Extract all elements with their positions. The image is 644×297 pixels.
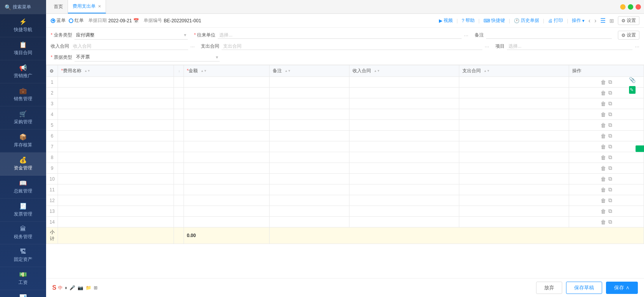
history-action[interactable]: 🕐 历史单据 [514,17,539,24]
row-amount-1[interactable] [184,77,269,88]
row-amount-13[interactable] [184,206,269,217]
row-delete-5[interactable]: 🗑 [601,122,606,128]
row-copy-9[interactable]: ⧉ [608,165,612,171]
row-copy-11[interactable]: ⧉ [608,186,612,193]
row-expense-name-6[interactable] [58,131,174,141]
row-delete-13[interactable]: 🗑 [601,208,606,214]
floating-panel[interactable]: 侧边栏 [636,145,644,152]
sidebar-item-tax-mgmt[interactable]: 🏛税务管理 [0,222,46,244]
row-amount-6[interactable] [184,131,269,141]
row-remark-2[interactable] [269,88,349,98]
row-delete-12[interactable]: 🗑 [601,197,606,204]
row-expense-contract-3[interactable] [459,98,569,109]
row-expense-name-8[interactable] [58,152,174,163]
row-amount-10[interactable] [184,174,269,184]
help-action[interactable]: ? 帮助 [462,17,475,24]
row-expense-contract-10[interactable] [459,174,569,184]
row-income-contract-4[interactable] [349,109,459,120]
row-copy-4[interactable]: ⧉ [608,111,612,118]
row-remark-1[interactable] [269,77,349,88]
row-copy-8[interactable]: ⧉ [608,154,612,161]
row-delete-9[interactable]: 🗑 [601,165,606,171]
right-icon-1[interactable]: 📎 [629,77,636,83]
row-delete-3[interactable]: 🗑 [601,101,606,107]
sidebar-item-capital-mgmt[interactable]: 💰资金管理 [0,153,46,176]
row-copy-7[interactable]: ⧉ [608,143,612,150]
form-settings-btn[interactable]: ⚙ 设置 [618,31,639,40]
partner-dots[interactable]: ··· [464,32,469,38]
row-expense-name-11[interactable] [58,184,174,195]
row-expense-contract-12[interactable] [459,195,569,206]
nav-next-btn[interactable]: › [594,17,596,24]
row-income-contract-5[interactable] [349,120,459,131]
row-expense-name-9[interactable] [58,163,174,174]
right-icon-2[interactable]: ✎ [629,86,636,94]
row-expense-contract-1[interactable] [459,77,569,88]
row-income-contract-9[interactable] [349,163,459,174]
project-dots[interactable]: ··· [635,43,639,50]
row-income-contract-8[interactable] [349,152,459,163]
row-expense-name-1[interactable] [58,77,174,88]
row-amount-11[interactable] [184,184,269,195]
sidebar-item-ledger-mgmt[interactable]: 📖总账管理 [0,176,46,199]
row-amount-4[interactable] [184,109,269,120]
row-remark-7[interactable] [269,141,349,152]
row-remark-10[interactable] [269,174,349,184]
row-expense-contract-14[interactable] [459,217,569,227]
row-copy-14[interactable]: ⧉ [608,219,612,225]
row-expense-name-10[interactable] [58,174,174,184]
sidebar-item-fixed-assets[interactable]: 🏗固定资产 [0,244,46,267]
sort-remark[interactable]: ▲▼ [285,69,291,73]
sidebar-item-biz-mgmt[interactable]: 📊经营管理 [0,290,46,297]
row-copy-12[interactable]: ⧉ [608,197,612,204]
partner-input[interactable] [218,32,462,39]
income-contract-input[interactable] [71,43,188,50]
nav-prev-btn[interactable]: ‹ [588,17,590,24]
sidebar-item-project-contract[interactable]: 📋项目合同 [0,37,46,60]
remark-input[interactable] [486,32,612,39]
red-bill-radio[interactable]: 红单 [69,17,84,24]
invoice-type-select[interactable]: 不开票 ▾ [74,53,220,61]
row-expense-name-3[interactable] [58,98,174,109]
row-remark-12[interactable] [269,195,349,206]
shortcut-action[interactable]: ⌨ 快捷键 [483,17,505,24]
row-income-contract-1[interactable] [349,77,459,88]
row-expense-name-2[interactable] [58,88,174,98]
row-income-contract-7[interactable] [349,141,459,152]
row-amount-7[interactable] [184,141,269,152]
sidebar-item-sales-mgmt[interactable]: 💼销售管理 [0,83,46,106]
tab-close-icon[interactable]: ✕ [98,4,101,8]
sidebar-item-salary[interactable]: 💵工资 [0,267,46,290]
row-expense-name-4[interactable] [58,109,174,120]
row-delete-4[interactable]: 🗑 [601,111,606,118]
row-amount-3[interactable] [184,98,269,109]
biz-type-select[interactable]: 应付调整 ▾ [74,31,188,40]
income-contract-dots[interactable]: ··· [190,43,195,50]
row-income-contract-3[interactable] [349,98,459,109]
row-income-contract-13[interactable] [349,206,459,217]
row-copy-10[interactable]: ⧉ [608,176,612,182]
row-remark-8[interactable] [269,152,349,163]
row-expense-contract-8[interactable] [459,152,569,163]
row-copy-3[interactable]: ⧉ [608,100,612,107]
abandon-button[interactable]: 放弃 [536,282,562,294]
sidebar-item-invoice-mgmt[interactable]: 🧾发票管理 [0,199,46,222]
sidebar-search[interactable]: 🔍 搜索菜单 [0,0,46,14]
row-copy-1[interactable]: ⧉ [608,79,612,85]
th-settings[interactable]: ⚙ [46,65,58,77]
sidebar-item-marketing[interactable]: 📢营销推广 [0,60,46,83]
row-income-contract-10[interactable] [349,174,459,184]
row-expense-name-5[interactable] [58,120,174,131]
row-remark-4[interactable] [269,109,349,120]
row-expense-contract-9[interactable] [459,163,569,174]
row-income-contract-14[interactable] [349,217,459,227]
row-income-contract-11[interactable] [349,184,459,195]
row-amount-8[interactable] [184,152,269,163]
sort-expense-contract[interactable]: ▲▼ [484,69,490,73]
expense-contract-input[interactable] [222,43,482,50]
save-draft-button[interactable]: 保存草稿 [566,282,602,294]
row-delete-7[interactable]: 🗑 [601,144,606,150]
view-grid-icon[interactable]: ⊞ [609,18,614,24]
row-copy-6[interactable]: ⧉ [608,133,612,139]
row-amount-14[interactable] [184,217,269,227]
